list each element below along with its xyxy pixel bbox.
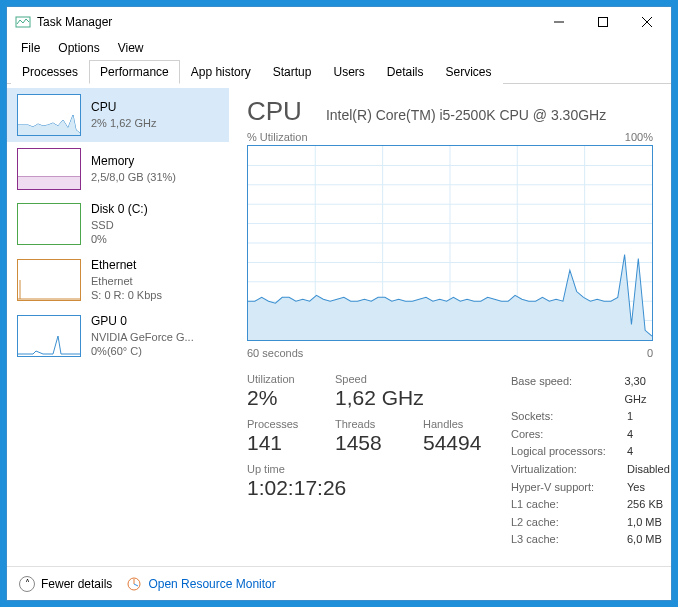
- minimize-button[interactable]: [537, 8, 581, 36]
- sidebar-item-cpu[interactable]: CPU2% 1,62 GHz: [7, 88, 229, 142]
- lprocs-value: 4: [627, 443, 633, 461]
- sidebar-item-ethernet[interactable]: EthernetEthernetS: 0 R: 0 Kbps: [7, 252, 229, 308]
- resource-monitor-label: Open Resource Monitor: [148, 577, 275, 591]
- base-speed-label: Base speed:: [511, 373, 624, 408]
- disk-thumb: [17, 203, 81, 245]
- tab-processes[interactable]: Processes: [11, 60, 89, 84]
- l1-value: 256 KB: [627, 496, 663, 514]
- chart-label-60s: 60 seconds: [247, 347, 303, 359]
- memory-title: Memory: [91, 154, 176, 170]
- window-controls: [537, 8, 669, 36]
- disk-sub1: SSD: [91, 218, 148, 232]
- sockets-value: 1: [627, 408, 633, 426]
- menubar: File Options View: [7, 37, 671, 59]
- svg-rect-6: [18, 177, 80, 189]
- app-icon: [15, 14, 31, 30]
- hyperv-label: Hyper-V support:: [511, 479, 627, 497]
- ethernet-sub2: S: 0 R: 0 Kbps: [91, 288, 162, 302]
- tab-startup[interactable]: Startup: [262, 60, 323, 84]
- l2-label: L2 cache:: [511, 514, 627, 532]
- cores-value: 4: [627, 426, 633, 444]
- sidebar: CPU2% 1,62 GHz Memory2,5/8,0 GB (31%) Di…: [7, 84, 229, 566]
- footer: ˄ Fewer details Open Resource Monitor: [7, 566, 671, 600]
- content: CPU2% 1,62 GHz Memory2,5/8,0 GB (31%) Di…: [7, 84, 671, 566]
- chart-label-100: 100%: [625, 131, 653, 143]
- base-speed-value: 3,30 GHz: [624, 373, 669, 408]
- speed-label: Speed: [335, 373, 424, 385]
- uptime-value: 1:02:17:26: [247, 476, 346, 500]
- page-title: CPU: [247, 96, 302, 127]
- sidebar-item-gpu[interactable]: GPU 0NVIDIA GeForce G...0%(60° C): [7, 308, 229, 364]
- tabbar: Processes Performance App history Startu…: [7, 59, 671, 84]
- sockets-label: Sockets:: [511, 408, 627, 426]
- cpu-thumb: [17, 94, 81, 136]
- svg-rect-2: [599, 18, 608, 27]
- tab-users[interactable]: Users: [322, 60, 375, 84]
- svg-line-25: [134, 584, 138, 586]
- tab-app-history[interactable]: App history: [180, 60, 262, 84]
- memory-thumb: [17, 148, 81, 190]
- gpu-thumb: [17, 315, 81, 357]
- cpu-chart[interactable]: [247, 145, 653, 341]
- cpu-title: CPU: [91, 100, 156, 116]
- tab-details[interactable]: Details: [376, 60, 435, 84]
- processes-value: 141: [247, 431, 307, 455]
- chevron-up-icon: ˄: [19, 576, 35, 592]
- lprocs-label: Logical processors:: [511, 443, 627, 461]
- l1-label: L1 cache:: [511, 496, 627, 514]
- menu-view[interactable]: View: [110, 39, 152, 57]
- ethernet-title: Ethernet: [91, 258, 162, 274]
- l3-label: L3 cache:: [511, 531, 627, 549]
- cpu-sub: 2% 1,62 GHz: [91, 116, 156, 130]
- task-manager-window: Task Manager File Options View Processes…: [6, 6, 672, 601]
- handles-value: 54494: [423, 431, 483, 455]
- gpu-title: GPU 0: [91, 314, 194, 330]
- threads-value: 1458: [335, 431, 395, 455]
- main-panel: CPU Intel(R) Core(TM) i5-2500K CPU @ 3.3…: [229, 84, 671, 566]
- virt-value: Disabled: [627, 461, 670, 479]
- chart-label-util: % Utilization: [247, 131, 308, 143]
- menu-file[interactable]: File: [13, 39, 48, 57]
- gpu-sub2: 0%(60° C): [91, 344, 194, 358]
- disk-title: Disk 0 (C:): [91, 202, 148, 218]
- utilization-value: 2%: [247, 386, 307, 410]
- sidebar-item-memory[interactable]: Memory2,5/8,0 GB (31%): [7, 142, 229, 196]
- chart-label-0: 0: [647, 347, 653, 359]
- cpu-model: Intel(R) Core(TM) i5-2500K CPU @ 3.30GHz: [326, 107, 606, 123]
- gpu-sub1: NVIDIA GeForce G...: [91, 330, 194, 344]
- handles-label: Handles: [423, 418, 483, 430]
- sidebar-item-disk[interactable]: Disk 0 (C:)SSD0%: [7, 196, 229, 252]
- speed-value: 1,62 GHz: [335, 386, 424, 410]
- fewer-details-button[interactable]: ˄ Fewer details: [19, 576, 112, 592]
- menu-options[interactable]: Options: [50, 39, 107, 57]
- l3-value: 6,0 MB: [627, 531, 662, 549]
- window-title: Task Manager: [37, 15, 537, 29]
- utilization-label: Utilization: [247, 373, 307, 385]
- processes-label: Processes: [247, 418, 307, 430]
- l2-value: 1,0 MB: [627, 514, 662, 532]
- cores-label: Cores:: [511, 426, 627, 444]
- ethernet-thumb: [17, 259, 81, 301]
- fewer-details-label: Fewer details: [41, 577, 112, 591]
- maximize-button[interactable]: [581, 8, 625, 36]
- tab-services[interactable]: Services: [435, 60, 503, 84]
- tab-performance[interactable]: Performance: [89, 60, 180, 84]
- threads-label: Threads: [335, 418, 395, 430]
- resource-monitor-button[interactable]: Open Resource Monitor: [126, 576, 275, 592]
- disk-sub2: 0%: [91, 232, 148, 246]
- close-button[interactable]: [625, 8, 669, 36]
- memory-sub: 2,5/8,0 GB (31%): [91, 170, 176, 184]
- hyperv-value: Yes: [627, 479, 645, 497]
- uptime-label: Up time: [247, 463, 346, 475]
- titlebar[interactable]: Task Manager: [7, 7, 671, 37]
- ethernet-sub1: Ethernet: [91, 274, 162, 288]
- resource-monitor-icon: [126, 576, 142, 592]
- virt-label: Virtualization:: [511, 461, 627, 479]
